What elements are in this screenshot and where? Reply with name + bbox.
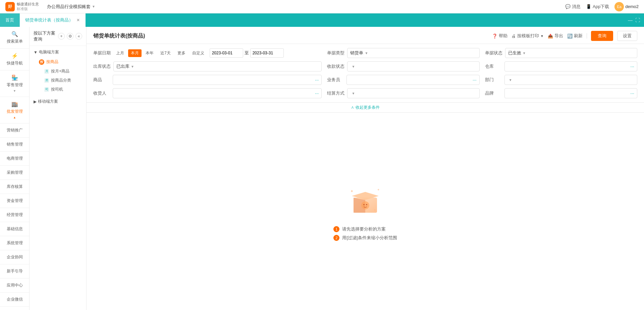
date-tab-this-year[interactable]: 本年 [143, 49, 156, 57]
logo-icon: 好 [5, 2, 15, 11]
bill-status-label: 单据状态 [485, 50, 502, 56]
scheme-sub-item-category[interactable]: 类 按商品分类 [30, 76, 86, 85]
export-button[interactable]: 📤 导出 [548, 33, 563, 39]
warehouse-select[interactable]: ··· [504, 61, 637, 71]
sidebar-item-business[interactable]: 经营管理 [0, 208, 29, 222]
top-header: 好 畅捷通好生意 标准版 办公用品行业模拟账套 ▼ 💬 消息 📱 App下载 E… [0, 0, 644, 13]
scheme-add-button[interactable]: + [58, 33, 65, 40]
brand-select[interactable]: ··· [504, 88, 637, 98]
receiver-select[interactable]: ··· [113, 88, 322, 98]
chevron-down-icon: ▼ [509, 78, 512, 82]
scheme-sub-item-month-goods[interactable]: 月 按月+商品 [30, 67, 86, 76]
date-range: 至 [210, 48, 284, 58]
ellipsis-icon[interactable]: ··· [473, 77, 477, 83]
tab-sales-stats[interactable]: 销货单统计表（按商品） ✕ [20, 13, 86, 27]
salesman-label: 业务员 [327, 77, 344, 83]
empty-tip-1: 1 请先选择要分析的方案 [333, 226, 397, 232]
scheme-sub-icon-category: 类 [44, 78, 49, 83]
ellipsis-icon[interactable]: ··· [315, 77, 319, 83]
scheme-actions: + ⚙ « [58, 33, 82, 40]
sidebar-item-member[interactable]: 畅会员 [0, 307, 29, 310]
sidebar-item-system[interactable]: 系统管理 [0, 236, 29, 250]
maximize-icon[interactable]: ⛶ [635, 17, 640, 23]
date-separator: 至 [245, 50, 249, 56]
app-download-button[interactable]: 📱 App下载 [586, 4, 609, 10]
page-header: 销货单统计表(按商品) ❓ 帮助 🖨 按模板打印 ▼ 📤 导出 [87, 27, 644, 44]
brand-label: 品牌 [485, 90, 502, 96]
main-layout: 🔍 搜索菜单 ⚡ 快捷导航 🏪 零售管理 ▼ 🏬 批发管理 ▲ 营销推广 销售管… [0, 27, 644, 310]
empty-illustration: ✦ ✦ ✦ [345, 179, 385, 219]
sidebar-item-collab[interactable]: 企业协同 [0, 250, 29, 264]
chevron-down-icon: ▼ [365, 51, 368, 55]
scheme-collapse-button[interactable]: « [75, 33, 82, 40]
sidebar-item-finance[interactable]: 资金管理 [0, 194, 29, 208]
sidebar-item-purchase[interactable]: 采购管理 [0, 166, 29, 180]
scheme-group-pc-header[interactable]: ▼ 电脑端方案 [30, 47, 86, 57]
sidebar-item-ecom[interactable]: 电商管理 [0, 152, 29, 166]
sidebar-item-marketing[interactable]: 营销推广 [0, 123, 29, 138]
scheme-item-by-goods[interactable]: 按 按商品 [30, 57, 86, 67]
message-button[interactable]: 💬 消息 [565, 4, 581, 10]
svg-text:✦: ✦ [350, 189, 354, 194]
sidebar-item-retail[interactable]: 🏪 零售管理 ▼ [0, 70, 29, 97]
ellipsis-icon[interactable]: ··· [315, 91, 319, 96]
nav-icon: ⚡ [11, 53, 18, 59]
sidebar-item-sales[interactable]: 销售管理 [0, 138, 29, 152]
settings-button[interactable]: 设置 [617, 31, 637, 41]
sidebar-item-base[interactable]: 基础信息 [0, 222, 29, 236]
sidebar-item-wechat[interactable]: 企业微信 [0, 293, 29, 307]
print-dropdown-icon[interactable]: ▼ [540, 34, 544, 38]
minimize-icon[interactable]: — [628, 17, 633, 23]
tab-close-icon[interactable]: ✕ [76, 18, 80, 22]
receipt-status-label: 收款状态 [327, 63, 344, 69]
filter-goods-field: 商品 ··· [93, 75, 322, 85]
sidebar-item-wholesale[interactable]: 🏬 批发管理 ▲ [0, 97, 29, 123]
export-icon: 📤 [548, 34, 553, 39]
sidebar-item-inventory[interactable]: 库存核算 [0, 180, 29, 194]
logo-text: 畅捷通好生意 标准版 [17, 2, 39, 11]
filter-salesman-field: 业务员 ··· [327, 75, 479, 85]
out-status-label: 出库状态 [93, 63, 111, 69]
ellipsis-icon[interactable]: ··· [630, 64, 634, 69]
goods-label: 商品 [93, 77, 110, 83]
sidebar-item-search[interactable]: 🔍 搜索菜单 [0, 27, 29, 49]
scheme-group-mobile-header[interactable]: ▶ 移动端方案 [30, 97, 86, 106]
scheme-settings-button[interactable]: ⚙ [67, 33, 73, 40]
sidebar-item-guide[interactable]: 新手引导 [0, 264, 29, 278]
date-tab-more[interactable]: 更多 [175, 49, 188, 57]
filter-receipt-status-field: 收款状态 ▼ [327, 61, 479, 71]
filter-warehouse-field: 仓库 ··· [485, 61, 637, 71]
sidebar: 🔍 搜索菜单 ⚡ 快捷导航 🏪 零售管理 ▼ 🏬 批发管理 ▲ 营销推广 销售管… [0, 27, 30, 310]
scheme-sub-item-driver[interactable]: 司 按司机 [30, 85, 86, 94]
page-actions: ❓ 帮助 🖨 按模板打印 ▼ 📤 导出 🔄 刷新 [492, 31, 637, 41]
date-tab-last-month[interactable]: 上月 [113, 49, 127, 57]
filter-row-4: 收货人 ··· 结算方式 ▼ [93, 88, 637, 98]
settlement-select[interactable]: ▼ [347, 88, 479, 98]
industry-selector[interactable]: 办公用品行业模拟账套 ▼ [47, 4, 95, 10]
goods-select[interactable]: ··· [113, 75, 322, 85]
help-button[interactable]: ❓ 帮助 [492, 33, 507, 39]
out-status-select[interactable]: 已出库 ▼ [113, 61, 322, 71]
sidebar-item-quicknav[interactable]: ⚡ 快捷导航 [0, 49, 29, 70]
ellipsis-icon[interactable]: ··· [630, 91, 634, 96]
right-panel: 销货单统计表(按商品) ❓ 帮助 🖨 按模板打印 ▼ 📤 导出 [87, 27, 644, 310]
collapse-bar[interactable]: ∧ 收起更多条件 [87, 103, 644, 113]
bill-status-select[interactable]: 已生效 ▼ [505, 48, 637, 58]
retail-icon: 🏪 [11, 74, 18, 81]
salesman-select[interactable]: ··· [346, 75, 479, 85]
tab-home[interactable]: 首页 [0, 13, 20, 27]
bill-type-select[interactable]: 销货单 ▼ [347, 48, 479, 58]
date-tab-custom[interactable]: 自定义 [190, 49, 207, 57]
date-to-input[interactable] [250, 48, 284, 58]
query-button[interactable]: 查询 [591, 31, 613, 41]
date-tab-this-month[interactable]: 本月 [128, 49, 142, 57]
date-tab-7days[interactable]: 近7天 [158, 49, 173, 57]
receipt-status-select[interactable]: ▼ [347, 61, 479, 71]
refresh-button[interactable]: 🔄 刷新 [567, 33, 583, 39]
filter-row-1: 单据日期 上月 本月 本年 近7天 更多 自定义 [93, 48, 637, 58]
print-button[interactable]: 🖨 按模板打印 ▼ [512, 33, 544, 39]
user-area[interactable]: Ea demo2 [614, 2, 639, 11]
date-from-input[interactable] [210, 48, 243, 58]
sidebar-item-apps[interactable]: 应用中心 [0, 278, 29, 293]
dept-select[interactable]: ▼ [504, 75, 637, 85]
